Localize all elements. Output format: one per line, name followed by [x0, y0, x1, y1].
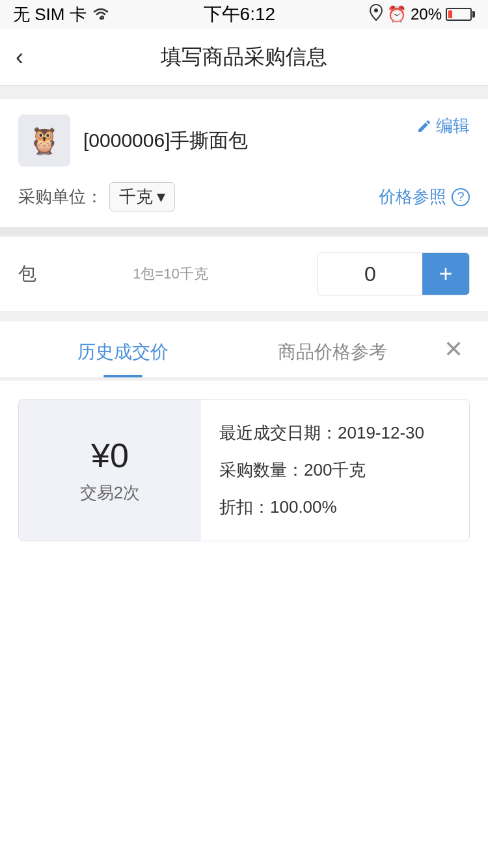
- price-value: 0: [110, 437, 129, 474]
- history-date-row: 最近成交日期：2019-12-30: [219, 420, 451, 446]
- quantity-input[interactable]: [318, 253, 422, 295]
- tabs-row: 历史成交价 商品价格参考 ✕: [0, 321, 488, 378]
- qty-label: 采购数量：: [219, 460, 304, 480]
- status-bar: 无 SIM 卡 下午6:12 ⏰ 20%: [0, 0, 488, 29]
- price-ref-label: 价格参照: [379, 185, 446, 208]
- date-value: 2019-12-30: [338, 423, 424, 442]
- page-title: 填写商品采购信息: [161, 43, 327, 72]
- tab-history-price[interactable]: 历史成交价: [18, 321, 228, 377]
- quantity-input-wrap: +: [318, 252, 470, 295]
- section-divider: [0, 227, 488, 235]
- package-label: 包: [18, 262, 128, 286]
- unit-select[interactable]: 千克 ▾: [109, 182, 175, 211]
- qty-value: 200千克: [304, 460, 366, 480]
- history-detail-column: 最近成交日期：2019-12-30 采购数量：200千克 折扣：100.00%: [201, 400, 469, 541]
- history-qty-row: 采购数量：200千克: [219, 457, 451, 483]
- product-card: 🦉 [0000006]手撕面包 编辑 采购单位： 千克 ▾ 价格参照 ?: [0, 99, 488, 227]
- date-label: 最近成交日期：: [219, 423, 338, 442]
- tab-history-label: 历史成交价: [77, 342, 169, 362]
- battery-text: 20%: [411, 5, 442, 23]
- product-footer: 采购单位： 千克 ▾ 价格参照 ?: [18, 182, 470, 211]
- product-id: [0000006]: [83, 129, 170, 151]
- tab-close-button[interactable]: ✕: [437, 329, 470, 370]
- trade-count: 交易2次: [80, 481, 140, 504]
- battery-icon: [446, 8, 475, 21]
- location-icon: [369, 4, 383, 25]
- back-button[interactable]: ‹: [16, 44, 23, 71]
- product-image-placeholder: 🦉: [28, 126, 61, 156]
- history-section: ¥0 交易2次 最近成交日期：2019-12-30 采购数量：200千克 折扣：…: [0, 381, 488, 560]
- history-price-column: ¥0 交易2次: [19, 400, 201, 541]
- product-header: 🦉 [0000006]手撕面包 编辑: [18, 115, 470, 167]
- package-hint: 1包=10千克: [133, 264, 208, 284]
- carrier-text: 无 SIM 卡: [13, 3, 87, 26]
- nav-bar: ‹ 填写商品采购信息: [0, 29, 488, 86]
- history-price: ¥0: [91, 436, 129, 475]
- tab-product-price[interactable]: 商品价格参考: [228, 321, 437, 377]
- tab-product-label: 商品价格参考: [278, 342, 387, 362]
- status-time: 下午6:12: [204, 2, 276, 27]
- product-name-text: 手撕面包: [170, 129, 248, 151]
- product-thumbnail: 🦉: [18, 115, 70, 167]
- status-right: ⏰ 20%: [369, 4, 475, 25]
- help-icon: ?: [452, 188, 470, 206]
- product-info: 🦉 [0000006]手撕面包: [18, 115, 248, 167]
- main-content-area: [0, 560, 488, 868]
- product-name: [0000006]手撕面包: [83, 129, 248, 151]
- edit-button[interactable]: 编辑: [416, 115, 470, 137]
- quantity-plus-button[interactable]: +: [422, 253, 469, 295]
- discount-value: 100.00%: [270, 497, 337, 517]
- discount-label: 折扣：: [219, 497, 270, 517]
- svg-point-1: [374, 8, 378, 12]
- alarm-icon: ⏰: [387, 5, 407, 23]
- svg-point-0: [99, 16, 102, 19]
- currency-symbol: ¥: [91, 437, 110, 474]
- chevron-down-icon: ▾: [157, 187, 165, 207]
- wifi-icon: [92, 5, 110, 25]
- quantity-row: 包 1包=10千克 +: [0, 236, 488, 311]
- unit-row: 采购单位： 千克 ▾: [18, 182, 175, 211]
- edit-icon: [416, 118, 432, 134]
- edit-label: 编辑: [436, 115, 470, 137]
- history-discount-row: 折扣：100.00%: [219, 495, 451, 520]
- price-reference-button[interactable]: 价格参照 ?: [379, 185, 470, 208]
- unit-label: 采购单位：: [18, 185, 103, 208]
- history-card: ¥0 交易2次 最近成交日期：2019-12-30 采购数量：200千克 折扣：…: [18, 399, 470, 541]
- status-left: 无 SIM 卡: [13, 3, 110, 26]
- unit-value: 千克: [119, 185, 153, 208]
